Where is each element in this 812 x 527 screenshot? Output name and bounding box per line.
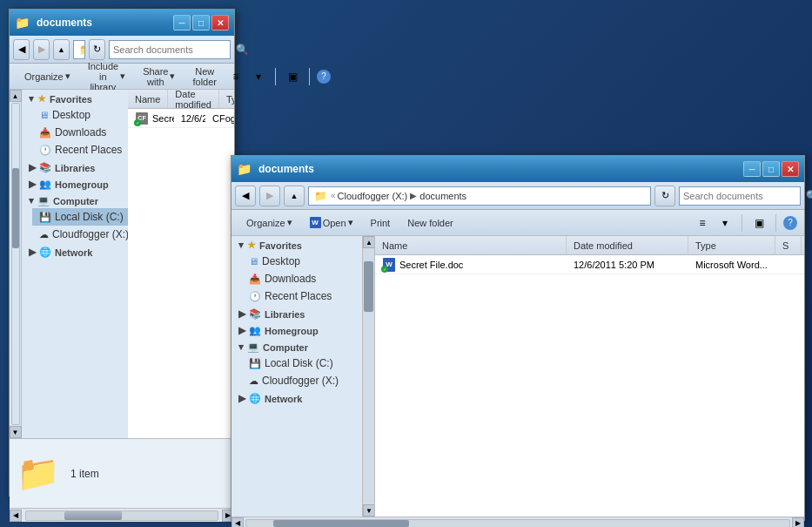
- include-library-btn-1[interactable]: Include in library ▾: [80, 66, 133, 87]
- col-header-name-1[interactable]: Name: [128, 90, 168, 108]
- network-label-2: Network: [265, 394, 302, 404]
- col-header-date-2[interactable]: Date modified: [567, 236, 688, 254]
- computer-label-1: Computer: [53, 196, 98, 206]
- window1-close-btn[interactable]: ✕: [211, 15, 229, 30]
- search-box-1[interactable]: 🔍: [109, 40, 231, 59]
- print-btn-2[interactable]: Print: [363, 213, 399, 233]
- refresh-btn-2[interactable]: ↻: [654, 186, 675, 206]
- view-details-btn-1[interactable]: ≡: [226, 68, 245, 85]
- col-header-date-1[interactable]: Date modified: [168, 90, 219, 108]
- address-folder-icon-2: 📁: [314, 190, 327, 202]
- sidebar-item-recent-1[interactable]: 🕐 Recent Places: [32, 141, 128, 159]
- organize-btn-1[interactable]: Organize ▾: [17, 66, 78, 87]
- search-icon-1: 🔍: [236, 44, 249, 56]
- scroll-down-btn-1[interactable]: ▼: [10, 426, 22, 438]
- chevron-right-libraries-icon-2: ▶: [238, 308, 245, 320]
- computer-children-2: 💾 Local Disk (C:) ☁ Cloudfogger (X:): [232, 355, 374, 389]
- col-type-label-2: Type: [695, 240, 716, 251]
- sidebar-scroll-thumb-2: [364, 261, 373, 313]
- col-header-size-2[interactable]: S: [775, 236, 802, 254]
- col-header-name-2[interactable]: Name: [375, 236, 567, 254]
- back-btn-2[interactable]: ◀: [235, 186, 256, 206]
- sidebar-item-cloudfogger-1[interactable]: ☁ Cloudfogger (X:): [32, 226, 128, 243]
- share-with-btn-1[interactable]: Share with ▾: [135, 66, 183, 87]
- col-header-type-2[interactable]: Type: [688, 236, 775, 254]
- up-btn-2[interactable]: ▲: [284, 186, 305, 206]
- search-input-2[interactable]: [683, 191, 803, 201]
- sidebar-scroll-up-2[interactable]: ▲: [363, 236, 375, 248]
- up-btn-1[interactable]: ▲: [53, 39, 70, 60]
- window1-sidebar: ▾ ★ Favorites 🖥 Desktop 📥 Downloads 🕐: [22, 90, 128, 438]
- print-label-2: Print: [371, 218, 391, 228]
- new-folder-btn-1[interactable]: New folder: [185, 66, 225, 87]
- toolbar-1: Organize ▾ Include in library ▾ Share wi…: [10, 64, 234, 90]
- file-cell-name-1: CF ✓ Secret File.doc.cfog: [128, 109, 174, 127]
- sidebar-item-local-disk-2[interactable]: 💾 Local Disk (C:): [242, 355, 374, 372]
- toolbar-sep-2: [742, 214, 742, 232]
- col-header-type-1[interactable]: Type: [219, 90, 234, 108]
- file-row-1[interactable]: CF ✓ Secret File.doc.cfog 12/6/2011 5:20…: [128, 109, 234, 128]
- h-scrollbar-2[interactable]: [245, 519, 790, 528]
- window2-controls: ─ □ ✕: [743, 161, 799, 177]
- address-path-part1-2: Cloudfogger (X:): [338, 191, 408, 201]
- toolbar-2: Organize ▾ W Open ▾ Print New folder ≡ ▾…: [232, 210, 804, 236]
- recent-icon-2: 🕐: [249, 291, 261, 302]
- organize-btn-2[interactable]: Organize ▾: [238, 213, 300, 233]
- w1-v-scroll-left: ▲ ▼: [10, 90, 22, 438]
- address-box-2[interactable]: 📁 « Cloudfogger (X:) ▶ documents: [308, 186, 651, 206]
- libraries-label-1: Libraries: [55, 163, 95, 173]
- preview-pane-btn-2[interactable]: ▣: [749, 214, 768, 232]
- sidebar-scroll-down-2[interactable]: ▼: [363, 504, 375, 517]
- sidebar-scroll-track-2: [363, 248, 374, 504]
- preview-pane-btn-1[interactable]: ▣: [283, 68, 302, 85]
- window2-minimize-btn[interactable]: ─: [743, 161, 761, 177]
- refresh-btn-1[interactable]: ↻: [89, 39, 105, 60]
- window2-close-btn[interactable]: ✕: [782, 161, 799, 177]
- view-toggle-btn-2[interactable]: ▾: [715, 214, 735, 232]
- cloudfogger-icon-1: ☁: [39, 229, 49, 240]
- sidebar-item-recent-2[interactable]: 🕐 Recent Places: [242, 287, 374, 305]
- file-row-2[interactable]: W ✓ Secret File.doc 12/6/2011 5:20 PM Mi…: [375, 255, 804, 274]
- address-box-1[interactable]: 📁 « Local Disk (C:) ▶ documents: [73, 40, 85, 59]
- recent-label-1: Recent Places: [55, 144, 122, 156]
- new-folder-btn-2[interactable]: New folder: [399, 213, 461, 233]
- search-box-2[interactable]: 🔍: [679, 186, 801, 206]
- window2-maximize-btn[interactable]: □: [762, 161, 780, 177]
- word-small-icon-2: W: [310, 217, 321, 228]
- back-btn-1[interactable]: ◀: [13, 39, 30, 60]
- sidebar-homegroup-header-2: ▶ 👥 Homegroup: [232, 321, 374, 338]
- window1-minimize-btn[interactable]: ─: [173, 15, 191, 30]
- sidebar-item-local-disk-1[interactable]: 💾 Local Disk (C:): [32, 208, 128, 226]
- sidebar-item-cloudfogger-2[interactable]: ☁ Cloudfogger (X:): [242, 372, 374, 389]
- view-toggle-btn-1[interactable]: ▾: [249, 68, 268, 85]
- chevron-down-computer-icon-2: ▾: [238, 341, 244, 353]
- sidebar-item-desktop-2[interactable]: 🖥 Desktop: [242, 253, 374, 270]
- h-scrollbar-1[interactable]: [25, 510, 218, 521]
- h-scroll-right-btn-2[interactable]: ▶: [792, 517, 804, 528]
- open-btn-2[interactable]: W Open ▾: [302, 213, 361, 233]
- favorites-label-2: Favorites: [259, 240, 302, 251]
- h-scroll-left-btn-1[interactable]: ◀: [10, 510, 22, 522]
- address-path-part2-2: documents: [419, 191, 466, 201]
- sidebar-favorites-header-2: ▾ ★ Favorites: [232, 236, 374, 253]
- help-btn-2[interactable]: ?: [783, 216, 797, 230]
- h-scrollbar-thumb-1: [64, 511, 122, 520]
- sidebar-item-downloads-2[interactable]: 📥 Downloads: [242, 270, 374, 287]
- chevron-down-computer-icon-1: ▾: [29, 195, 34, 206]
- window1-maximize-btn[interactable]: □: [192, 15, 210, 30]
- scroll-up-btn-1[interactable]: ▲: [10, 90, 22, 102]
- h-scroll-left-btn-2[interactable]: ◀: [232, 517, 244, 528]
- sidebar-item-downloads-1[interactable]: 📥 Downloads: [32, 124, 128, 141]
- v-scrollbar-thumb-1: [12, 168, 19, 248]
- v-scrollbar-track-1[interactable]: [11, 103, 20, 425]
- help-btn-1[interactable]: ?: [317, 70, 331, 84]
- search-input-1[interactable]: [113, 44, 233, 55]
- file-cell-type-1: CFog File: [205, 109, 234, 127]
- file-list-header-1: Name Date modified Type: [128, 90, 234, 109]
- cloudfogger-icon-2: ☁: [249, 375, 258, 387]
- forward-btn-2[interactable]: ▶: [259, 186, 280, 206]
- recent-icon-1: 🕐: [39, 145, 51, 156]
- view-details-btn-2[interactable]: ≡: [693, 214, 712, 232]
- sidebar-item-desktop-1[interactable]: 🖥 Desktop: [32, 106, 128, 124]
- forward-btn-1[interactable]: ▶: [33, 39, 50, 60]
